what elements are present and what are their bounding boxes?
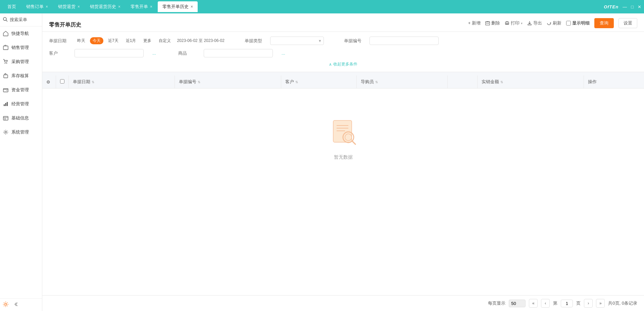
sales-icon: [3, 45, 9, 51]
date-btn-today[interactable]: 今天: [90, 37, 103, 44]
next-page-button[interactable]: ›: [584, 299, 593, 308]
date-btn-7days[interactable]: 近7天: [105, 37, 121, 44]
close-button[interactable]: ✕: [638, 4, 641, 9]
sidebar-settings-icon[interactable]: [3, 301, 9, 308]
add-button[interactable]: + 新增: [468, 20, 481, 26]
col-date[interactable]: 单据日期 ⇅: [68, 75, 175, 89]
svg-rect-6: [3, 89, 8, 92]
tab-sales-order[interactable]: 销售订单 ×: [21, 1, 53, 12]
cart-icon: [3, 59, 9, 65]
date-label: 单据日期: [49, 38, 68, 44]
tab-retail-open-label: 零售开单: [131, 4, 148, 10]
tab-home[interactable]: 首页: [3, 1, 21, 12]
table-area: ⚙ 单据日期 ⇅ 单据编号: [42, 75, 644, 295]
sidebar-item-purchase-mgmt[interactable]: 采购管理: [0, 55, 42, 69]
sidebar-item-operation[interactable]: 经营管理: [0, 97, 42, 111]
doc-type-select[interactable]: 全部 零售单 退货单: [270, 37, 324, 45]
sidebar-item-sales-mgmt[interactable]: 销售管理: [0, 41, 42, 55]
maximize-button[interactable]: □: [631, 4, 634, 9]
delete-button[interactable]: 删除: [485, 20, 500, 26]
date-btn-more[interactable]: 更多: [141, 37, 154, 44]
last-page-button[interactable]: »: [596, 299, 605, 308]
col-no[interactable]: 单据编号 ⇅: [175, 75, 281, 89]
refresh-icon: [547, 21, 551, 25]
tab-retail-open-history[interactable]: 零售开单历史 ×: [158, 1, 198, 12]
svg-rect-16: [486, 22, 490, 25]
window-actions: OfTEn — □ ✕: [604, 4, 641, 9]
svg-rect-11: [3, 116, 8, 120]
data-table: ⚙ 单据日期 ⇅ 单据编号: [42, 75, 644, 187]
sidebar: 搜索采单 快捷导航 销售管理 采购管理 库存核算: [0, 13, 42, 311]
date-btn-yesterday[interactable]: 昨天: [75, 37, 88, 44]
table-icon: [3, 115, 9, 121]
col-date-label: 单据日期: [73, 79, 90, 85]
date-quick-btns: 昨天 今天 近7天 近1月 更多 自定义 2023-06-02 至 2023-0…: [75, 37, 225, 44]
tab-retail-open-close[interactable]: ×: [150, 4, 152, 9]
print-button[interactable]: 打印 ▾: [505, 20, 523, 26]
tab-sales-order-close[interactable]: ×: [46, 4, 48, 9]
page-end-label: 页: [576, 300, 581, 306]
col-customer[interactable]: 客户 ⇅: [281, 75, 356, 89]
tab-retail-open-history-close[interactable]: ×: [191, 4, 193, 9]
empty-text: 暂无数据: [334, 154, 353, 160]
tab-retail-open[interactable]: 零售开单 ×: [126, 1, 157, 12]
page-number-input[interactable]: [561, 300, 573, 307]
total-info: 共0页, 0条记录: [608, 300, 637, 306]
svg-line-29: [352, 141, 355, 144]
sidebar-item-system-label: 系统管理: [11, 129, 29, 135]
sidebar-collapse-icon[interactable]: [13, 301, 19, 308]
date-range-display: 2023-06-02 至 2023-06-02: [177, 38, 224, 44]
minimize-button[interactable]: —: [623, 4, 627, 9]
filter-area: 单据日期 昨天 今天 近7天 近1月 更多 自定义 2023-06-02 至 2…: [42, 32, 644, 72]
col-settings[interactable]: ⚙: [42, 75, 56, 89]
col-checkbox[interactable]: [56, 75, 68, 89]
table-header-row: ⚙ 单据日期 ⇅ 单据编号: [42, 75, 644, 89]
per-page-select[interactable]: 50 10 20 100: [509, 300, 526, 307]
sidebar-bottom: [0, 298, 42, 311]
page-header: 零售开单历史 + 新增 删除 打印 ▾ 导出 刷新: [42, 13, 644, 32]
date-btn-custom[interactable]: 自定义: [156, 37, 174, 44]
sidebar-item-finance[interactable]: 资金管理: [0, 83, 42, 97]
tab-sales-return[interactable]: 销货退货 ×: [53, 1, 85, 12]
sidebar-item-base-info[interactable]: 基础信息: [0, 111, 42, 125]
col-amount[interactable]: 实销金额 ⇅: [477, 75, 584, 89]
first-page-button[interactable]: «: [529, 299, 538, 308]
collapse-more-btn[interactable]: ∧ 收起更多条件: [49, 61, 637, 67]
box-icon: [3, 73, 9, 79]
sidebar-item-base-info-label: 基础信息: [11, 115, 29, 121]
export-label: 导出: [533, 20, 542, 26]
select-all-checkbox[interactable]: [60, 79, 64, 84]
display-detail-option[interactable]: 显示明细: [566, 20, 590, 26]
svg-point-28: [345, 134, 352, 141]
doc-no-label: 单据编号: [344, 38, 363, 44]
delete-label: 删除: [491, 20, 500, 26]
svg-point-3: [5, 63, 5, 64]
tab-sales-return-history-close[interactable]: ×: [118, 4, 120, 9]
sidebar-item-sales-label: 销售管理: [11, 45, 29, 51]
per-page-label: 每页显示: [488, 300, 505, 306]
goods-search-icon[interactable]: ...: [280, 51, 287, 56]
tab-sales-return-close[interactable]: ×: [78, 4, 80, 9]
query-button[interactable]: 查询: [594, 18, 614, 28]
col-salesperson[interactable]: 导购员 ⇅: [356, 75, 447, 89]
gear-icon: [3, 129, 9, 135]
goods-input[interactable]: [204, 49, 273, 57]
customer-input[interactable]: [75, 49, 144, 57]
date-btn-1month[interactable]: 近1月: [123, 37, 139, 44]
doc-no-input[interactable]: [369, 37, 439, 45]
sidebar-item-inventory[interactable]: 库存核算: [0, 69, 42, 83]
export-button[interactable]: 导出: [527, 20, 542, 26]
refresh-button[interactable]: 刷新: [547, 20, 561, 26]
sidebar-item-system[interactable]: 系统管理: [0, 125, 42, 139]
svg-point-7: [7, 90, 7, 91]
settings-button[interactable]: 设置: [618, 18, 637, 28]
bar-chart-icon: [3, 101, 9, 107]
display-detail-checkbox[interactable]: [566, 21, 571, 25]
svg-rect-9: [5, 103, 6, 106]
sidebar-search[interactable]: 搜索采单: [0, 13, 42, 27]
customer-search-icon[interactable]: ...: [150, 51, 158, 56]
prev-page-button[interactable]: ‹: [541, 299, 550, 308]
sidebar-item-quick-nav[interactable]: 快捷导航: [0, 27, 42, 41]
tab-sales-return-history[interactable]: 销货退货历史 ×: [85, 1, 125, 12]
col-amount-label: 实销金额: [482, 79, 499, 85]
